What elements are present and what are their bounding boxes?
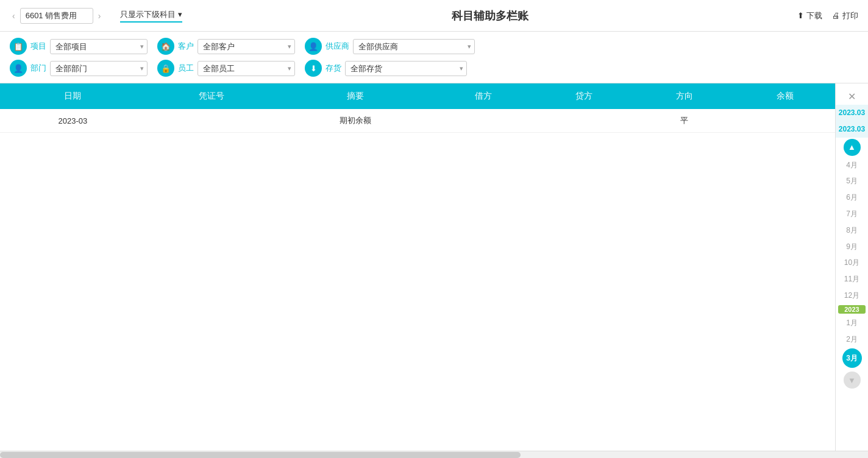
show-sub-label: 只显示下级科目 [120,9,176,20]
cell-debit [433,109,534,133]
show-sub-dropdown[interactable]: 只显示下级科目 ▾ [120,9,182,23]
main-container: ‹ 6601 销售费用 › 只显示下级科目 ▾ 科目辅助多栏账 ⬆ 下载 🖨 打… [0,0,868,458]
cell-summary: 期初余额 [278,109,433,133]
right-sidebar: ✕ 2023.03 2023.03 ▲ 4月 5月 6月 7月 8月 9月 10… [835,83,868,451]
employee-select[interactable]: 全部员工 [197,61,295,76]
employee-label: 员工 [178,63,194,74]
inventory-label: 存货 [326,63,341,74]
sidebar-item-month-9[interactable]: 9月 [836,239,868,255]
supplier-select[interactable]: 全部供应商 [353,39,475,54]
cell-direction: 平 [634,109,735,133]
table-header-row: 日期 凭证号 摘要 借方 贷方 方向 余额 [0,83,835,109]
prev-account-button[interactable]: ‹ [10,10,18,22]
sidebar-item-month-1[interactable]: 1月 [836,315,868,331]
employee-select-wrapper: 全部员工 [197,61,295,76]
table-area: 日期 凭证号 摘要 借方 贷方 方向 余额 2023-03期初余额平 [0,83,835,451]
sidebar-item-month-4[interactable]: 4月 [836,157,868,174]
supplier-label: 供应商 [326,41,349,52]
supplier-icon: 👤 [305,38,322,55]
cell-date: 2023-03 [0,109,146,133]
customer-label: 客户 [178,41,194,52]
sidebar-item-month-12[interactable]: 12月 [836,287,868,304]
project-select-wrapper: 全部项目 [50,39,148,54]
sidebar-item-month-3-active[interactable]: 3月 [842,348,862,368]
sidebar-item-month-6[interactable]: 6月 [836,189,868,206]
col-date: 日期 [0,83,146,109]
col-summary: 摘要 [278,83,433,109]
sidebar-item-2023-03-2[interactable]: 2023.03 [836,121,868,138]
filter-item-customer: 🏠 客户 全部客户 [157,38,295,55]
cell-voucher [146,109,278,133]
sidebar-item-month-8[interactable]: 8月 [836,222,868,239]
customer-icon: 🏠 [157,38,174,55]
customer-select-wrapper: 全部客户 [197,39,295,54]
project-label: 项目 [30,41,46,52]
sidebar-item-month-5[interactable]: 5月 [836,173,868,189]
supplier-select-wrapper: 全部供应商 [353,39,475,54]
project-select[interactable]: 全部项目 [50,39,148,54]
table-body: 2023-03期初余额平 [0,109,835,133]
top-bar: ‹ 6601 销售费用 › 只显示下级科目 ▾ 科目辅助多栏账 ⬆ 下载 🖨 打… [0,0,868,32]
sidebar-item-2023-03-top[interactable]: 2023.03 [836,105,868,121]
down-arrow-button[interactable]: ▼ [844,372,861,389]
employee-icon: 🔒 [157,60,174,77]
inventory-select[interactable]: 全部存货 [345,61,467,76]
next-account-button[interactable]: › [96,10,104,22]
up-arrow-button[interactable]: ▲ [844,139,861,156]
download-button[interactable]: ⬆ 下载 [797,10,822,21]
bottom-scrollbar[interactable] [0,451,868,458]
cell-balance [735,109,835,133]
dept-select-wrapper: 全部部门 [50,61,148,76]
close-button[interactable]: ✕ [836,88,868,105]
sidebar-item-month-2[interactable]: 2月 [836,331,868,348]
col-credit: 贷方 [533,83,634,109]
scrollbar-track [0,451,868,458]
sidebar-item-month-7[interactable]: 7月 [836,206,868,222]
dept-label: 部门 [30,63,46,74]
filter-item-employee: 🔒 员工 全部员工 [157,60,295,77]
print-button[interactable]: 🖨 打印 [832,10,858,21]
filter-row-1: 📋 项目 全部项目 🏠 客户 全部客户 👤 供应商 [10,38,858,55]
inventory-icon: ⬇ [305,60,322,77]
top-actions: ⬆ 下载 🖨 打印 [797,10,858,21]
filter-item-supplier: 👤 供应商 全部供应商 [305,38,475,55]
nav-left: ‹ 6601 销售费用 › 只显示下级科目 ▾ [10,8,182,24]
filter-item-inventory: ⬇ 存货 全部存货 [305,60,467,77]
dept-icon: 👤 [10,60,27,77]
ledger-table: 日期 凭证号 摘要 借方 贷方 方向 余额 2023-03期初余额平 [0,83,835,133]
download-icon: ⬆ [797,11,804,20]
page-title: 科目辅助多栏账 [182,9,797,23]
sidebar-item-month-11[interactable]: 11月 [836,271,868,287]
scrollbar-thumb[interactable] [0,452,521,458]
cell-credit [533,109,634,133]
print-label: 打印 [842,10,858,21]
col-debit: 借方 [433,83,534,109]
filter-item-project: 📋 项目 全部项目 [10,38,148,55]
chevron-down-icon: ▾ [178,10,182,19]
customer-select[interactable]: 全部客户 [197,39,295,54]
dept-select[interactable]: 全部部门 [50,61,148,76]
project-icon: 📋 [10,38,27,55]
table-row[interactable]: 2023-03期初余额平 [0,109,835,133]
filter-item-dept: 👤 部门 全部部门 [10,60,148,77]
sidebar-item-month-10[interactable]: 10月 [836,255,868,271]
download-label: 下载 [806,10,822,21]
filter-row-2: 👤 部门 全部部门 🔒 员工 全部员工 ⬇ 存货 [10,60,858,77]
col-voucher: 凭证号 [146,83,278,109]
year-badge-2023: 2023 [838,305,866,314]
inventory-select-wrapper: 全部存货 [345,61,467,76]
col-direction: 方向 [634,83,735,109]
account-code-box: 6601 销售费用 [20,8,93,24]
filter-area: 📋 项目 全部项目 🏠 客户 全部客户 👤 供应商 [0,32,868,83]
print-icon: 🖨 [832,11,840,20]
col-balance: 余额 [735,83,835,109]
